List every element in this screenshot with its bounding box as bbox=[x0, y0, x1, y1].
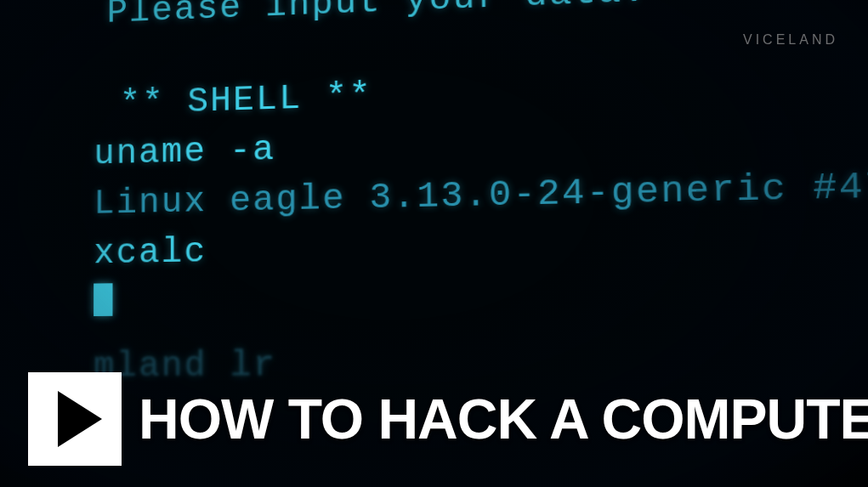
channel-watermark: VICELAND bbox=[743, 32, 838, 48]
video-overlay: HOW TO HACK A COMPUTER bbox=[28, 372, 868, 466]
play-icon bbox=[58, 391, 102, 447]
video-title: HOW TO HACK A COMPUTER bbox=[139, 391, 868, 447]
play-button[interactable] bbox=[28, 372, 122, 466]
